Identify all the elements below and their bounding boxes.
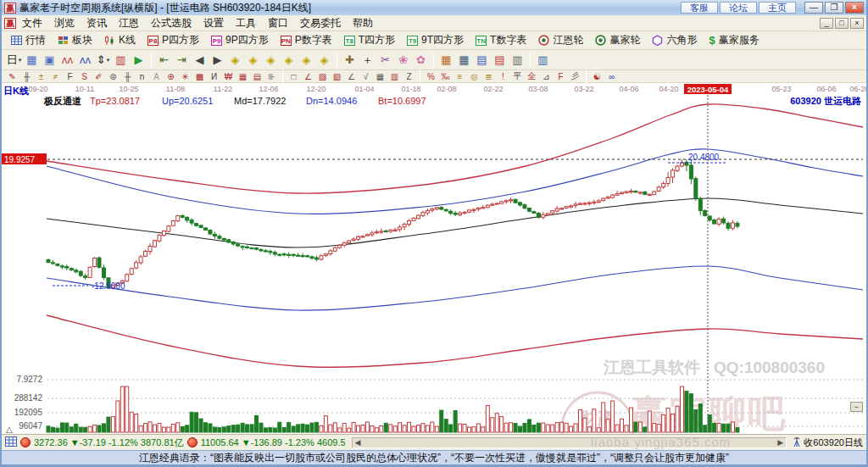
minimize-button[interactable]: —	[804, 2, 823, 14]
icon-toolbar-button[interactable]: ✿	[412, 52, 430, 69]
drawing-tool-button[interactable]: ±	[34, 71, 48, 82]
icon-toolbar-button[interactable]: ▥	[112, 52, 130, 69]
icon-toolbar-button[interactable]: ▥	[534, 52, 552, 69]
homepage-button[interactable]: 主页	[759, 2, 796, 14]
icon-toolbar-button[interactable]: ◈	[280, 52, 298, 69]
icon-toolbar-button[interactable]: ▣	[41, 52, 58, 69]
drawing-tool-button[interactable]: ▨	[315, 71, 330, 82]
drawing-tool-button[interactable]: ▩	[192, 71, 207, 82]
icon-toolbar-button[interactable]: ▤	[491, 52, 509, 69]
icon-toolbar-button[interactable]: ⇕▾	[94, 52, 112, 69]
icon-toolbar-button[interactable]: ▥	[509, 52, 526, 69]
drawing-tool-button[interactable]: S	[77, 71, 92, 82]
drawing-tool-button[interactable]: ✳	[178, 71, 192, 82]
menu-item[interactable]: 资讯	[81, 15, 113, 31]
drawing-tool-button[interactable]: ╫	[19, 71, 34, 82]
icon-toolbar-button[interactable]: ◈	[298, 52, 315, 69]
child-minimize-button[interactable]: _	[820, 18, 833, 29]
drawing-tool-button[interactable]: ₩	[221, 71, 236, 82]
drawing-tool-button[interactable]: ⊜	[106, 71, 120, 82]
drawing-tool-button[interactable]: F	[63, 71, 77, 82]
drawing-tool-button[interactable]: √	[359, 71, 373, 82]
toolbar-button-T数字表[interactable]: TNT数字表	[470, 32, 532, 49]
drawing-tool-button[interactable]: ▥	[387, 71, 402, 82]
toolbar-button-P四方形[interactable]: P8P四方形	[142, 32, 205, 49]
menu-item[interactable]: 公式选股	[145, 15, 198, 31]
toolbar-button-赢家轮[interactable]: 赢家轮	[589, 32, 646, 49]
icon-toolbar-button[interactable]: ✂	[376, 52, 394, 69]
kline-chart[interactable]: − 财赢江恩工具软件QQ:100800360赢家聊吧28814219209596…	[2, 83, 866, 434]
drawing-tool-button[interactable]: A	[149, 71, 164, 82]
menu-item[interactable]: 浏览	[48, 15, 81, 31]
toolbar-button-T四方形[interactable]: T8T四方形	[338, 32, 401, 49]
toolbar-button-赢家服务[interactable]: $赢家服务	[703, 32, 765, 49]
menu-item[interactable]: 设置	[198, 15, 230, 31]
child-restore-button[interactable]: □	[835, 18, 849, 29]
drawing-tool-button[interactable]: И	[207, 71, 221, 82]
drawing-tool-button[interactable]: 彡	[568, 71, 582, 82]
menu-item[interactable]: 工具	[230, 15, 262, 31]
scroll-left-arrow[interactable]: ◀	[355, 438, 361, 447]
drawing-tool-button[interactable]: ◎	[467, 71, 481, 82]
drawing-tool-button[interactable]: ‰	[438, 71, 453, 82]
drawing-tool-button[interactable]: ╫	[120, 71, 135, 82]
chart-canvas[interactable]: 财赢江恩工具软件QQ:100800360赢家聊吧2881421920959604…	[2, 83, 866, 434]
drawing-tool-button[interactable]: □	[287, 71, 301, 82]
scroll-right-arrow[interactable]: ▶	[777, 438, 783, 447]
menu-item[interactable]: 窗口	[262, 15, 294, 31]
icon-toolbar-button[interactable]: ◈	[262, 52, 280, 69]
child-close-button[interactable]: ×	[850, 18, 864, 29]
quote-table-icon[interactable]	[5, 436, 17, 448]
drawing-tool-button[interactable]: ⊿	[539, 71, 554, 82]
icon-toolbar-button[interactable]: ❀	[394, 52, 412, 69]
drawing-tool-button[interactable]: ▤	[250, 71, 264, 82]
icon-toolbar-button[interactable]: ✚	[341, 52, 359, 69]
menu-item[interactable]: 帮助	[347, 15, 379, 31]
close-button[interactable]: ×	[845, 2, 864, 14]
icon-toolbar-button[interactable]: ʌʌ	[76, 52, 94, 69]
drawing-tool-button[interactable]: 全	[525, 71, 539, 82]
icon-toolbar-button[interactable]: ▦	[437, 52, 455, 69]
drawing-tool-button[interactable]: ☯	[590, 71, 604, 82]
corner-marker[interactable]: △	[6, 425, 13, 434]
icon-toolbar-button[interactable]: ▶	[209, 52, 226, 69]
toolbar-button-P数字表[interactable]: PNP数字表	[275, 32, 338, 49]
drawing-tool-button[interactable]: ▦	[373, 71, 387, 82]
icon-toolbar-button[interactable]: ▤	[473, 52, 491, 69]
drawing-tool-button[interactable]: ∠	[344, 71, 359, 82]
drawing-tool-button[interactable]: ≠	[48, 71, 63, 82]
icon-toolbar-button[interactable]: ◈	[244, 52, 262, 69]
drawing-tool-button[interactable]: Z	[402, 71, 416, 82]
drawing-tool-button[interactable]: ∠	[301, 71, 315, 82]
icon-toolbar-button[interactable]: ▦	[23, 52, 41, 69]
drawing-tool-button[interactable]: ≡	[453, 71, 467, 82]
drawing-tool-button[interactable]: ∞	[604, 71, 619, 82]
icon-toolbar-button[interactable]: ⇥	[173, 52, 191, 69]
drawing-tool-button[interactable]: ✐	[92, 71, 106, 82]
icon-toolbar-button[interactable]: ＋	[359, 52, 376, 69]
drawing-tool-button[interactable]: ▦	[236, 71, 250, 82]
menu-item[interactable]: 江恩	[113, 15, 145, 31]
menu-item[interactable]: 交易委托	[294, 15, 347, 31]
icon-toolbar-button[interactable]: ▶	[130, 52, 147, 69]
toolbar-button-江恩轮[interactable]: 江恩轮	[532, 32, 589, 49]
forum-button[interactable]: 论坛	[720, 2, 757, 14]
drawing-tool-button[interactable]: !	[496, 71, 510, 82]
toolbar-button-六角形[interactable]: 六角形	[646, 32, 703, 49]
drawing-tool-button[interactable]: 平	[510, 71, 525, 82]
icon-toolbar-button[interactable]: ▦	[455, 52, 473, 69]
drawing-tool-button[interactable]: ✎	[5, 71, 19, 82]
icon-toolbar-button[interactable]: ⇤	[155, 52, 173, 69]
toolbar-button-9P四方形[interactable]: P99P四方形	[205, 32, 275, 49]
drawing-tool-button[interactable]: F	[554, 71, 568, 82]
toolbar-button-行情[interactable]: 行情	[5, 32, 52, 49]
drawing-tool-button[interactable]: ⊪	[264, 71, 279, 82]
drawing-tool-button[interactable]: n	[135, 71, 149, 82]
horizontal-scrollbar[interactable]: ◀ ▶	[352, 437, 787, 448]
icon-toolbar-button[interactable]: ◀	[191, 52, 209, 69]
drawing-tool-button[interactable]: ≣	[481, 71, 496, 82]
restore-button[interactable]: ❐	[825, 2, 843, 14]
icon-toolbar-button[interactable]: ʌʌ	[58, 52, 76, 69]
menu-item[interactable]: 文件	[16, 15, 48, 31]
icon-toolbar-button[interactable]: 日▾	[5, 52, 23, 69]
